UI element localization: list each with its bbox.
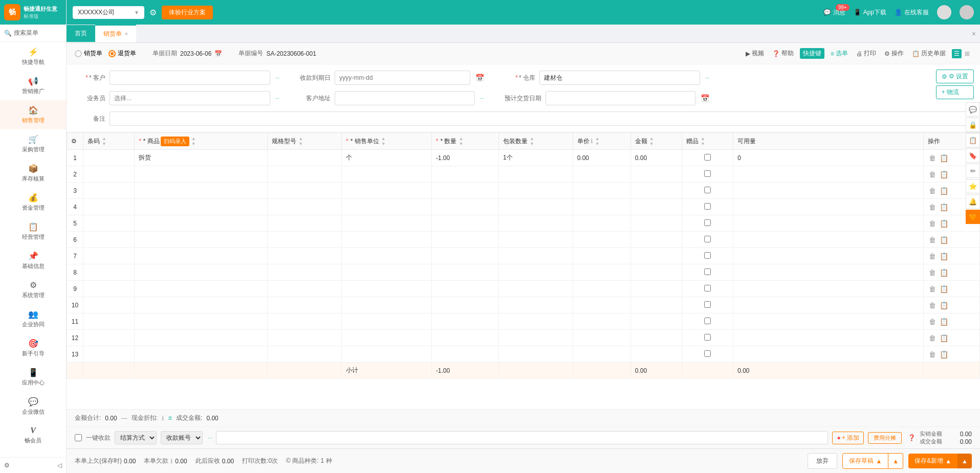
- row-pkg-qty-6[interactable]: [498, 232, 573, 248]
- row-amount-9[interactable]: [630, 281, 682, 297]
- row-amount-12[interactable]: [630, 330, 682, 346]
- row-gift-5[interactable]: [682, 215, 733, 232]
- row-qty-12[interactable]: [431, 330, 498, 346]
- price-sort-icon[interactable]: ▲▼: [595, 136, 600, 146]
- row-copy-icon-10[interactable]: 📋: [940, 301, 948, 309]
- row-unit-8[interactable]: [341, 264, 431, 281]
- row-unit-13[interactable]: [341, 346, 431, 363]
- pkg-sort-icon[interactable]: ▲▼: [530, 136, 534, 146]
- row-copy-icon-9[interactable]: 📋: [940, 285, 948, 293]
- sidebar-item-guide[interactable]: 🎯 新手引导: [0, 333, 66, 363]
- row-amount-7[interactable]: [630, 248, 682, 264]
- setup-button[interactable]: ⚙ ⚙ 设置: [936, 70, 974, 83]
- row-qty-13[interactable]: [431, 346, 498, 363]
- row-product-10[interactable]: [135, 297, 268, 313]
- row-price-1[interactable]: 0.00: [573, 150, 630, 166]
- save-new-dropdown[interactable]: ▲: [957, 454, 972, 468]
- row-delete-icon-4[interactable]: 🗑: [929, 203, 936, 211]
- row-spec-5[interactable]: [268, 215, 342, 232]
- company-selector[interactable]: XXXXXX公司 ▼: [73, 6, 144, 19]
- row-unit-10[interactable]: [341, 297, 431, 313]
- row-delete-icon-2[interactable]: 🗑: [929, 170, 936, 178]
- row-copy-icon-8[interactable]: 📋: [940, 268, 948, 277]
- row-pkg-qty-11[interactable]: [498, 313, 573, 330]
- row-product-6[interactable]: [135, 232, 268, 248]
- row-barcode-13[interactable]: [83, 346, 135, 363]
- row-gift-13[interactable]: [682, 346, 733, 363]
- row-gift-8[interactable]: [682, 264, 733, 281]
- row-copy-icon-1[interactable]: 📋: [940, 154, 948, 162]
- right-panel-btn-5[interactable]: ✏: [966, 164, 980, 178]
- row-unit-11[interactable]: [341, 313, 431, 330]
- settings-gear-icon[interactable]: ⚙: [4, 462, 10, 469]
- row-spec-12[interactable]: [268, 330, 342, 346]
- row-copy-icon-12[interactable]: 📋: [940, 334, 948, 342]
- col-settings-header[interactable]: ⚙: [67, 133, 83, 150]
- row-spec-7[interactable]: [268, 248, 342, 264]
- row-amount-4[interactable]: [630, 199, 682, 215]
- row-price-5[interactable]: [573, 215, 630, 232]
- row-unit-4[interactable]: [341, 199, 431, 215]
- row-unit-12[interactable]: [341, 330, 431, 346]
- row-amount-2[interactable]: [630, 166, 682, 183]
- radio-return-order[interactable]: 退货单: [108, 49, 136, 58]
- row-copy-icon-2[interactable]: 📋: [940, 170, 948, 178]
- row-delete-icon-8[interactable]: 🗑: [929, 268, 936, 277]
- sidebar-item-sales[interactable]: 🏠 销售管理: [0, 100, 66, 129]
- row-barcode-9[interactable]: [83, 281, 135, 297]
- expense-split-button[interactable]: 费用分摊: [868, 432, 902, 444]
- tab-close-icon[interactable]: ×: [125, 31, 128, 37]
- current-due-info-icon[interactable]: ℹ: [170, 458, 173, 465]
- select-btn[interactable]: ≡ 选单: [829, 48, 850, 59]
- row-qty-11[interactable]: [431, 313, 498, 330]
- right-panel-btn-6[interactable]: ⭐: [966, 179, 980, 193]
- row-unit-5[interactable]: [341, 215, 431, 232]
- amount-input[interactable]: [216, 431, 828, 444]
- row-price-12[interactable]: [573, 330, 630, 346]
- row-barcode-5[interactable]: [83, 215, 135, 232]
- discard-button[interactable]: 放弃: [808, 453, 837, 469]
- row-copy-icon-11[interactable]: 📋: [940, 318, 948, 326]
- row-gift-10[interactable]: [682, 297, 733, 313]
- row-spec-11[interactable]: [268, 313, 342, 330]
- row-product-9[interactable]: [135, 281, 268, 297]
- video-btn[interactable]: ▶ 视频: [744, 48, 766, 59]
- row-unit-9[interactable]: [341, 281, 431, 297]
- tab-home[interactable]: 首页: [67, 25, 95, 42]
- row-pkg-qty-1[interactable]: 1个: [498, 150, 573, 166]
- row-price-10[interactable]: [573, 297, 630, 313]
- row-gift-9[interactable]: [682, 281, 733, 297]
- sidebar-item-collab[interactable]: 👥 企业协同: [0, 304, 66, 333]
- row-barcode-1[interactable]: [83, 150, 135, 166]
- warehouse-input[interactable]: [539, 71, 700, 85]
- row-pkg-qty-12[interactable]: [498, 330, 573, 346]
- row-price-13[interactable]: [573, 346, 630, 363]
- row-delete-icon-12[interactable]: 🗑: [929, 334, 936, 342]
- qty-sort-icon[interactable]: ▲▼: [459, 136, 463, 146]
- row-delete-icon-5[interactable]: 🗑: [929, 219, 936, 228]
- row-pkg-qty-13[interactable]: [498, 346, 573, 363]
- row-qty-6[interactable]: [431, 232, 498, 248]
- row-spec-9[interactable]: [268, 281, 342, 297]
- row-gift-7[interactable]: [682, 248, 733, 264]
- expected-date-input[interactable]: [546, 91, 695, 105]
- row-qty-1[interactable]: -1.00: [431, 150, 498, 166]
- cash-discount-info-icon[interactable]: ℹ: [162, 415, 164, 422]
- row-gift-2[interactable]: [682, 166, 733, 183]
- sidebar-item-member[interactable]: V 畅会员: [0, 421, 66, 449]
- row-gift-4[interactable]: [682, 199, 733, 215]
- app-download-btn[interactable]: 📱 App下载: [854, 8, 886, 17]
- row-barcode-2[interactable]: [83, 166, 135, 183]
- right-panel-btn-7[interactable]: 🔔: [966, 194, 980, 209]
- help-btn[interactable]: ❓ 帮助: [770, 48, 796, 59]
- row-qty-9[interactable]: [431, 281, 498, 297]
- row-spec-1[interactable]: [268, 150, 342, 166]
- row-pkg-qty-10[interactable]: [498, 297, 573, 313]
- row-product-13[interactable]: [135, 346, 268, 363]
- row-delete-icon-6[interactable]: 🗑: [929, 236, 936, 244]
- product-sort-icon[interactable]: ▲▼: [191, 136, 196, 146]
- operation-btn[interactable]: ⚙ 操作: [882, 48, 906, 59]
- shortcut-btn[interactable]: 快捷键: [800, 48, 824, 59]
- row-product-2[interactable]: [135, 166, 268, 183]
- row-qty-5[interactable]: [431, 215, 498, 232]
